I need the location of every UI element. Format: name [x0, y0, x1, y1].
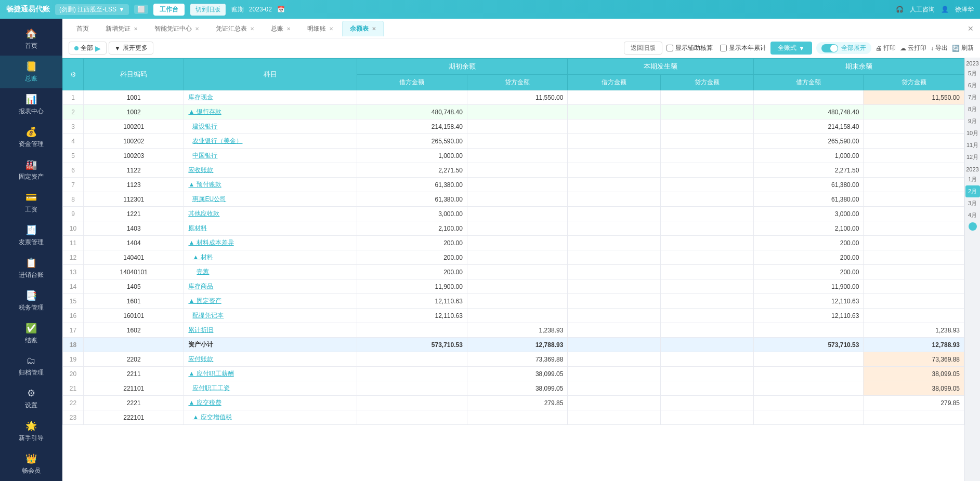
panel-dot-button[interactable]	[969, 222, 977, 231]
sidebar-item-salary[interactable]: 💳 工资	[0, 186, 62, 219]
month-11[interactable]: 11月	[965, 139, 980, 151]
month-1[interactable]: 1月	[965, 173, 980, 185]
sidebar-item-reports[interactable]: 📊 报表中心	[0, 88, 62, 121]
return-old-button[interactable]: 返回旧版	[624, 42, 662, 55]
cell-no: 18	[63, 338, 84, 352]
cell-name[interactable]: ▲ 预付账款	[184, 178, 357, 192]
table-row: 91221其他应收款3,000.003,000.00	[63, 207, 964, 221]
sidebar-item-member[interactable]: 👑 畅会员	[0, 448, 62, 480]
month-6[interactable]: 6月	[965, 79, 980, 91]
close-balance-icon[interactable]: ✕	[372, 26, 376, 32]
month-7[interactable]: 7月	[965, 91, 980, 103]
cell-name[interactable]: 应收账款	[184, 163, 357, 178]
copy-icon[interactable]: ⬜	[134, 5, 148, 14]
sidebar-item-funds[interactable]: 💰 资金管理	[0, 121, 62, 154]
close-new-voucher-icon[interactable]: ✕	[134, 26, 138, 32]
cell-name[interactable]: 库存商品	[184, 279, 357, 294]
close-voucher-summary-icon[interactable]: ✕	[250, 26, 254, 32]
user-service-label[interactable]: 人工咨询	[910, 5, 935, 14]
cell-ob-debit: 1,000.00	[357, 149, 467, 163]
cell-code: 160101	[84, 309, 184, 323]
checkbox-ytd[interactable]: 显示本年累计	[720, 44, 766, 52]
cell-curr-debit	[568, 294, 661, 309]
tab-home[interactable]: 首页	[69, 21, 97, 36]
cell-name[interactable]: 其他应收款	[184, 207, 357, 221]
cell-name[interactable]: ▲ 固定资产	[184, 294, 357, 309]
cell-name[interactable]: 原材料	[184, 221, 357, 236]
month-8[interactable]: 8月	[965, 103, 980, 115]
tab-smart-center[interactable]: 智能凭证中心 ✕	[147, 21, 207, 36]
cell-name[interactable]: 应付账款	[184, 352, 357, 367]
filter-dot-icon	[74, 46, 79, 50]
filter-all-button[interactable]: 全部 ▶	[69, 42, 107, 55]
cell-code: 222101	[84, 410, 184, 425]
cell-name[interactable]: ▲ 应交税费	[184, 396, 357, 410]
sidebar-item-invoice[interactable]: 🧾 发票管理	[0, 219, 62, 252]
toggle-switch[interactable]	[821, 44, 838, 52]
close-all-tabs-icon[interactable]: ✕	[968, 24, 974, 33]
month-2[interactable]: 2月	[965, 185, 980, 197]
tab-balance[interactable]: 余额表 ✕	[342, 21, 384, 36]
sidebar-item-tax[interactable]: 📑 税务管理	[0, 285, 62, 317]
sidebar-item-ledger[interactable]: 📒 总账	[0, 56, 62, 88]
sidebar-item-guide[interactable]: 🌟 新手引导	[0, 415, 62, 448]
close-detail-icon[interactable]: ✕	[329, 26, 333, 32]
cloud-print-button[interactable]: ☁ 云打印	[900, 44, 926, 52]
sidebar-item-assets[interactable]: 🏭 固定资产	[0, 154, 62, 186]
tab-voucher-summary[interactable]: 凭证汇总表 ✕	[208, 21, 262, 36]
month-10[interactable]: 10月	[965, 127, 980, 139]
month-4[interactable]: 4月	[965, 209, 980, 221]
print-button[interactable]: 🖨 打印	[876, 44, 896, 52]
checkbox-ytd-input[interactable]	[720, 45, 727, 51]
month-9[interactable]: 9月	[965, 115, 980, 127]
company-selector[interactable]: (勿删) 江西股至-LSS ▼	[55, 4, 129, 15]
sidebar-item-archive[interactable]: 🗂 归档管理	[0, 350, 62, 382]
tab-new-voucher[interactable]: 新增凭证 ✕	[98, 21, 146, 36]
cell-name[interactable]: 中国银行	[184, 149, 357, 163]
cell-name[interactable]: 壹蕙	[184, 265, 357, 279]
expand-button[interactable]: ▼ 展开更多	[109, 42, 153, 55]
cell-ob-debit: 200.00	[357, 236, 467, 250]
cell-name[interactable]: ▲ 材料	[184, 250, 357, 265]
col-curr-credit: 贷方金额	[660, 75, 753, 90]
tab-detail[interactable]: 明细账 ✕	[299, 21, 341, 36]
member-icon: 👑	[25, 453, 37, 464]
sidebar-item-purchase[interactable]: 📋 进销台账	[0, 252, 62, 285]
cell-name[interactable]: 惠属EU公司	[184, 192, 357, 207]
cell-name[interactable]: 建设银行	[184, 119, 357, 134]
month-12[interactable]: 12月	[965, 151, 980, 163]
cell-code: 1001	[84, 90, 184, 105]
month-3[interactable]: 3月	[965, 197, 980, 209]
refresh-button[interactable]: 🔄 刷新	[952, 44, 974, 52]
export-button[interactable]: ↓ 导出	[931, 44, 948, 52]
tab-ledger[interactable]: 总账 ✕	[263, 21, 298, 36]
cell-ob-debit: 3,000.00	[357, 207, 467, 221]
checkbox-aux[interactable]: 显示辅助核算	[667, 44, 713, 52]
cell-no: 8	[63, 192, 84, 207]
col-code-header: 科目编码	[84, 59, 184, 90]
style-button[interactable]: 全账式 ▼	[770, 42, 812, 55]
cell-name[interactable]: 农业银行（美金）	[184, 134, 357, 149]
sidebar-label-settings: 设置	[25, 401, 37, 410]
cell-name[interactable]: ▲ 应付职工薪酬	[184, 367, 357, 381]
cell-eb-debit: 200.00	[753, 265, 864, 279]
switch-version-button[interactable]: 切到旧版	[190, 3, 226, 16]
cell-name[interactable]: 累计折旧	[184, 323, 357, 338]
sidebar-item-settings[interactable]: ⚙ 设置	[0, 382, 62, 415]
month-5[interactable]: 5月	[965, 68, 980, 79]
sidebar-item-settle[interactable]: ✅ 结账	[0, 317, 62, 350]
cell-name[interactable]: ▲ 材料成本差异	[184, 236, 357, 250]
cell-eb-credit	[864, 134, 964, 149]
close-smart-center-icon[interactable]: ✕	[195, 26, 199, 32]
workbench-button[interactable]: 工作台	[153, 4, 185, 16]
cell-no: 1	[63, 90, 84, 105]
cell-name[interactable]: 配提凭记本	[184, 309, 357, 323]
close-ledger-icon[interactable]: ✕	[286, 26, 291, 32]
col-settings[interactable]: ⚙	[63, 59, 84, 90]
sidebar-item-home[interactable]: 🏠 首页	[0, 23, 62, 56]
cell-name[interactable]: 库存现金	[184, 90, 357, 105]
checkbox-aux-input[interactable]	[667, 45, 673, 51]
cell-name[interactable]: 应付职工工资	[184, 381, 357, 396]
cell-name[interactable]: ▲ 银行存款	[184, 105, 357, 119]
cell-name[interactable]: ▲ 应交增值税	[184, 410, 357, 425]
